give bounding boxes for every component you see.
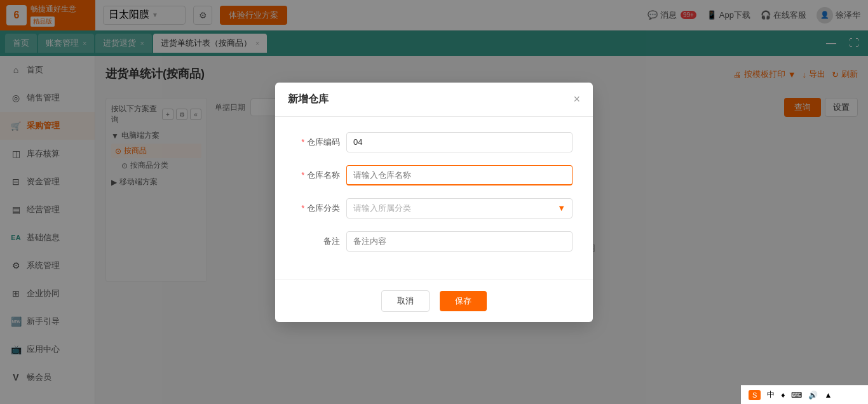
modal-body: * 仓库编码 * 仓库名称 * 仓库分类 请输入所属 (275, 117, 593, 279)
form-row-category: * 仓库分类 请输入所属分类 ▼ (295, 198, 573, 219)
category-dropdown-icon: ▼ (557, 203, 566, 213)
status-chevron: ▲ (824, 391, 832, 400)
status-bar: S 中 ♦ ⌨ 🔊 ▲ (741, 385, 868, 404)
form-row-name: * 仓库名称 (295, 165, 573, 185)
code-input[interactable] (346, 132, 573, 152)
name-label: * 仓库名称 (295, 170, 346, 181)
ime-indicator: S (749, 390, 761, 400)
form-row-note: 备注 (295, 231, 573, 252)
modal-close-button[interactable]: × (573, 93, 580, 105)
modal-header: 新增仓库 × (275, 83, 593, 117)
modal-footer: 取消 保存 (275, 279, 593, 322)
keyboard-icon: ⌨ (791, 391, 802, 400)
modal-overlay: 新增仓库 × * 仓库编码 * 仓库名称 (0, 0, 868, 404)
speaker-icon: 🔊 (808, 391, 818, 400)
note-label: 备注 (295, 236, 346, 247)
note-input[interactable] (346, 231, 573, 252)
ime-cn: 中 (767, 389, 775, 400)
status-dot: ♦ (781, 391, 785, 400)
cancel-button[interactable]: 取消 (381, 290, 430, 312)
save-button[interactable]: 保存 (440, 291, 487, 311)
name-input[interactable] (346, 165, 573, 185)
form-row-code: * 仓库编码 (295, 132, 573, 152)
category-select[interactable]: 请输入所属分类 ▼ (346, 198, 573, 219)
new-warehouse-modal: 新增仓库 × * 仓库编码 * 仓库名称 (275, 83, 593, 322)
code-required-mark: * (301, 137, 304, 147)
category-label: * 仓库分类 (295, 203, 346, 214)
modal-title: 新增仓库 (288, 93, 329, 106)
code-label: * 仓库编码 (295, 137, 346, 148)
name-required-mark: * (301, 170, 304, 180)
category-placeholder: 请输入所属分类 (353, 203, 411, 214)
category-required-mark: * (301, 203, 304, 213)
